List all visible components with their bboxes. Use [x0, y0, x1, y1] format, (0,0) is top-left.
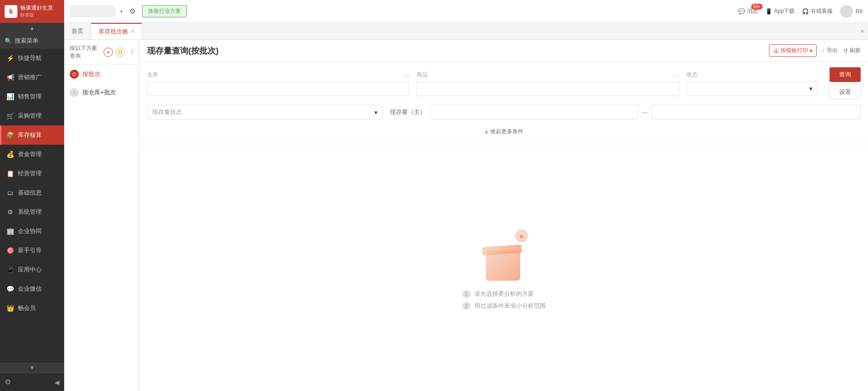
online-service-action[interactable]: 🎧 在线客服 [802, 7, 833, 15]
sidebar-scroll-up[interactable]: ▲ [0, 23, 64, 33]
sidebar-item-enterprise[interactable]: 🏢 企业协同 [0, 222, 64, 241]
sidebar-item-quick-nav[interactable]: ⚡ 快捷导航 [0, 49, 64, 68]
settings-icon: ⚙ [117, 49, 123, 56]
basic-icon: 🗂 [6, 189, 14, 197]
tab-close-button[interactable]: × [131, 28, 134, 35]
purchase-icon: 🛒 [6, 112, 14, 120]
scheme-collapse-button[interactable]: 《 [127, 48, 134, 56]
filter-collapse-button[interactable]: ∧ 收起更多条件 [147, 125, 861, 138]
message-icon: 💬 [738, 8, 745, 15]
sidebar-item-label: 资金管理 [18, 150, 42, 158]
marketing-icon: 📢 [6, 73, 14, 81]
empty-hint-2: 2 用过滤条件来缩小分析范围 [462, 302, 546, 310]
message-badge: 99+ [751, 4, 763, 10]
scheme-item-warehouse-batch[interactable]: ○ 按仓库+批次 [64, 83, 139, 102]
add-scheme-button[interactable]: + [104, 48, 113, 57]
sidebar-item-guide[interactable]: 🎯 新手引导 [0, 241, 64, 260]
trial-button[interactable]: 体验行业方案 [142, 5, 187, 17]
sidebar-item-sales[interactable]: 📊 销售管理 [0, 87, 64, 106]
empty-illustration [477, 226, 532, 281]
scheme-panel-header: 按以下方案查询 + ⚙ 《 [64, 40, 139, 65]
tab-inventory-batch[interactable]: 库存批次账 × [91, 23, 142, 39]
export-icon: ↑ [822, 48, 825, 54]
sidebar-item-wechat[interactable]: 💬 企业微信 [0, 279, 64, 299]
warehouse-field: 仓库 ... [147, 71, 409, 96]
hint-num-1: 1 [462, 290, 471, 298]
empty-state: 1 请先选择要分析的方案 2 用过滤条件来缩小分析范围 [140, 144, 868, 391]
status-select[interactable]: ▾ [687, 81, 818, 96]
sidebar-item-label: 销售管理 [18, 92, 42, 101]
sidebar-item-purchase[interactable]: 🛒 采购管理 [0, 106, 64, 125]
app-logo: 6 [5, 5, 17, 18]
sidebar-scroll-down[interactable]: ▼ [0, 363, 64, 373]
stock-status-field: 现存量状态 ▾ [147, 105, 383, 119]
app-info: 畅康通好生意 标准版 [20, 5, 53, 18]
scheme-item-label: 按仓库+批次 [82, 88, 116, 97]
status-label: 状态 [687, 71, 698, 79]
refresh-icon: ↺ [843, 48, 848, 54]
sidebar-search[interactable]: 🔍 搜索菜单 [0, 33, 64, 49]
scheme-item-batch[interactable]: ⊙ 按批次 [64, 65, 139, 83]
app-download-action[interactable]: 📱 App下载 [765, 7, 795, 15]
scheme-item-label: 按批次 [82, 70, 100, 78]
sidebar-item-operation[interactable]: 📋 经营管理 [0, 164, 64, 183]
topbar: ▾ ⚙ 体验行业方案 💬 消息 99+ 📱 App下载 🎧 在线客服 Rit [64, 0, 868, 23]
tab-home[interactable]: 首页 [64, 23, 91, 39]
stock-status-select[interactable]: 现存量状态 ▾ [147, 105, 383, 119]
sidebar-item-marketing[interactable]: 📢 营销推广 [0, 68, 64, 87]
query-button[interactable]: 查询 [830, 67, 861, 82]
sidebar-item-finance[interactable]: 💰 资金管理 [0, 145, 64, 164]
operation-icon: 📋 [6, 169, 14, 178]
wechat-icon: 💬 [6, 285, 14, 293]
hint-num-2: 2 [462, 302, 471, 310]
scheme-header-label: 按以下方案查询 [70, 44, 101, 60]
filter-settings-button[interactable]: 设置 [830, 85, 861, 99]
sidebar-item-basic[interactable]: 🗂 基础信息 [0, 183, 64, 202]
print-button[interactable]: 🖨 按模板打印 ▾ [769, 44, 817, 57]
scheme-panel: 按以下方案查询 + ⚙ 《 ⊙ 按批次 ○ 按仓库+批次 [64, 40, 140, 391]
breadcrumb-dropdown[interactable]: ▾ [120, 8, 123, 15]
warehouse-input[interactable] [147, 81, 409, 96]
enterprise-icon: 🏢 [6, 227, 14, 235]
export-button[interactable]: ↑ 导出 [822, 47, 838, 54]
scheme-inactive-icon: ○ [70, 88, 79, 97]
status-dropdown-icon: ▾ [809, 85, 813, 92]
action-buttons: 查询 设置 [830, 67, 861, 99]
sidebar-item-label: 企业微信 [18, 285, 42, 293]
footer-collapse-icon[interactable]: ◀ [55, 379, 60, 386]
sidebar-item-member[interactable]: 👑 畅会员 [0, 299, 64, 318]
print-icon: 🖨 [773, 48, 779, 54]
sidebar-nav: ⚡ 快捷导航 📢 营销推广 📊 销售管理 🛒 采购管理 📦 库存核算 💰 资金管… [0, 49, 64, 363]
warehouse-dots[interactable]: ... [404, 71, 410, 78]
product-dots[interactable]: ... [674, 71, 679, 78]
sidebar-item-label: 经营管理 [18, 169, 42, 178]
status-field: 状态 ▾ [687, 71, 818, 96]
sidebar-item-label: 系统管理 [18, 208, 42, 216]
guide-icon: 🎯 [6, 246, 14, 255]
product-input[interactable] [417, 81, 679, 96]
sidebar-item-apps[interactable]: 📱 应用中心 [0, 260, 64, 279]
topbar-settings-icon[interactable]: ⚙ [127, 5, 137, 17]
panel-close-button[interactable]: × [857, 26, 868, 37]
apps-icon: 📱 [6, 266, 14, 274]
sidebar-item-system[interactable]: ⚙ 系统管理 [0, 202, 64, 222]
app-name: 畅康通好生意 [20, 5, 53, 12]
refresh-button[interactable]: ↺ 刷新 [843, 47, 861, 54]
sidebar-item-label: 快捷导航 [18, 54, 42, 62]
scheme-settings-button[interactable]: ⚙ [115, 48, 125, 57]
footer-settings-icon[interactable]: ⚙ [5, 378, 11, 386]
breadcrumb-placeholder [70, 5, 115, 17]
stock-qty-max-input[interactable] [652, 105, 861, 119]
stock-qty-min-input[interactable] [429, 105, 638, 119]
print-dropdown-icon[interactable]: ▾ [810, 48, 813, 54]
product-field: 商品 ... [417, 71, 679, 96]
sidebar-item-label: 基础信息 [18, 189, 42, 197]
sales-icon: 📊 [6, 92, 14, 101]
user-profile[interactable]: Rit [840, 5, 863, 18]
messages-action[interactable]: 💬 消息 99+ [738, 7, 758, 15]
sidebar-item-inventory[interactable]: 📦 库存核算 [0, 125, 64, 145]
sidebar-item-label: 库存核算 [18, 131, 42, 139]
user-name: Rit [856, 8, 863, 15]
filter-row-1: 仓库 ... 商品 ... [147, 67, 861, 99]
inventory-icon: 📦 [6, 131, 14, 139]
